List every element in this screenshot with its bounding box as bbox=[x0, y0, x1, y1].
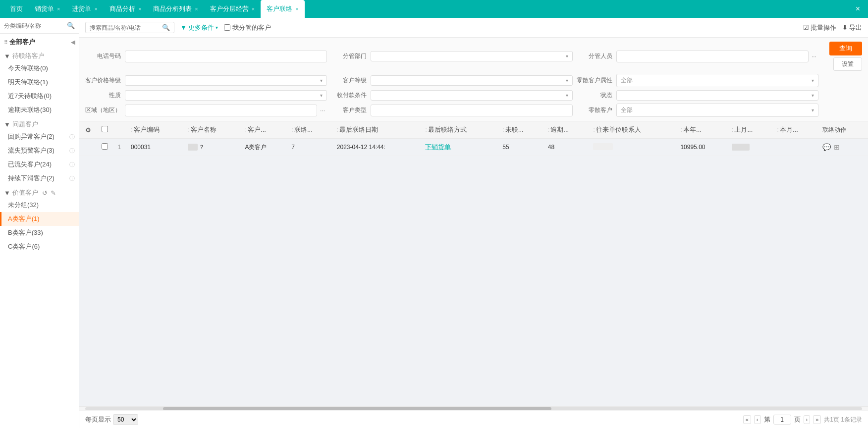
customer-level-arrow: ▾ bbox=[566, 78, 568, 83]
sidebar-item-today[interactable]: 今天待联络(0) bbox=[0, 61, 79, 75]
main-search-icon[interactable]: 🔍 bbox=[162, 24, 170, 31]
last-method-link[interactable]: 下销货单 bbox=[425, 143, 451, 151]
sidebar-search-icon[interactable]: 🔍 bbox=[67, 22, 75, 29]
sidebar-item-churned[interactable]: 已流失客户(24) ⓘ bbox=[0, 158, 79, 171]
retail-attr-field: 零散客户属性 全部 ▾ bbox=[577, 74, 818, 87]
close-customer-contact-icon[interactable]: × bbox=[295, 6, 298, 12]
table-row: 1 000031 ？ A类客户 7 2023-04-12 14:44: 下销货单 bbox=[79, 139, 868, 156]
prev-page-btn[interactable]: ‹ bbox=[754, 415, 761, 424]
nav-analysis-list[interactable]: 商品分析列表 × bbox=[147, 0, 204, 18]
retail-attr-arrow: ▾ bbox=[812, 78, 814, 83]
sidebar-item-declining[interactable]: 持续下滑客户(2) ⓘ bbox=[0, 171, 79, 185]
price-level-select[interactable]: ▾ bbox=[125, 75, 327, 86]
col-overdue: :逾期... bbox=[544, 121, 589, 139]
per-page-select[interactable]: 50 100 200 bbox=[113, 414, 138, 425]
content-area: 🔍 ▼ 更多条件 ▾ 我分管的客户 ☑ 批量操作 ⬇ bbox=[79, 18, 868, 428]
chat-icon[interactable]: 💬 bbox=[822, 143, 831, 151]
all-customers-title: ⠿ 全部客户 ◀ bbox=[0, 34, 79, 49]
nav-analysis[interactable]: 商品分析 × bbox=[104, 0, 147, 18]
sidebar: 🔍 ⠿ 全部客户 ◀ ▼ 待联络客户 今天待联络(0) 明天待联络(1) bbox=[0, 18, 79, 428]
col-type: :客户... bbox=[241, 121, 287, 139]
nav-customer-tier[interactable]: 客户分层经营 × bbox=[204, 0, 261, 18]
sidebar-item-ungrouped[interactable]: 未分组(32) bbox=[0, 198, 79, 212]
page-input[interactable] bbox=[773, 415, 791, 425]
export-button[interactable]: ⬇ 导出 bbox=[842, 23, 862, 32]
dept-select[interactable]: ▾ bbox=[371, 51, 573, 61]
close-sales-icon[interactable]: × bbox=[57, 6, 60, 12]
retail-attr-select[interactable]: 全部 ▾ bbox=[616, 74, 818, 87]
table-wrapper: ⚙ :客户编码 :客户名称 bbox=[79, 121, 868, 406]
manager-dots-btn[interactable]: ··· bbox=[810, 51, 818, 62]
expand-value-icon[interactable]: ▼ bbox=[4, 189, 10, 197]
sidebar-search-input[interactable] bbox=[4, 22, 67, 29]
col-last-month: :上月... bbox=[728, 121, 773, 139]
sidebar-item-c-class[interactable]: C类客户(6) bbox=[0, 240, 79, 254]
payment-select[interactable]: ▾ bbox=[371, 90, 573, 101]
expand-icon[interactable]: ▼ bbox=[4, 53, 10, 60]
nav-sales[interactable]: 销货单 × bbox=[29, 0, 66, 18]
global-close-button[interactable]: × bbox=[852, 4, 864, 13]
sidebar-collapse-icon[interactable]: ◀ bbox=[71, 39, 75, 46]
col-action: 联络动作 bbox=[818, 121, 868, 139]
sidebar-item-7days[interactable]: 近7天待联络(0) bbox=[0, 89, 79, 103]
sidebar-item-churn-warning[interactable]: 流失预警客户(3) ⓘ bbox=[0, 144, 79, 158]
customer-type-input[interactable] bbox=[371, 105, 573, 116]
row-name: ？ bbox=[184, 139, 241, 156]
expand-problem-icon[interactable]: ▼ bbox=[4, 121, 10, 128]
sidebar-item-overdue[interactable]: 逾期未联络(30) bbox=[0, 103, 79, 117]
next-page-btn[interactable]: › bbox=[804, 415, 811, 424]
close-analysis-list-icon[interactable]: × bbox=[195, 6, 198, 12]
more-filters-btn[interactable]: ▼ 更多条件 ▾ bbox=[180, 23, 218, 32]
query-button[interactable]: 查询 bbox=[829, 42, 862, 55]
row-checkbox[interactable] bbox=[102, 143, 108, 150]
customer-level-select[interactable]: ▾ bbox=[371, 75, 573, 86]
phone-field: 电话号码 bbox=[85, 51, 327, 62]
main-search-input[interactable] bbox=[90, 24, 162, 31]
edit-value-icon[interactable]: ✎ bbox=[51, 189, 56, 197]
price-level-arrow: ▾ bbox=[320, 78, 323, 83]
region-input[interactable] bbox=[125, 105, 317, 116]
region-dots-btn[interactable]: ··· bbox=[318, 105, 327, 116]
problem-customers-group: ▼ 问题客户 bbox=[0, 117, 79, 130]
retail-customer-select[interactable]: 全部 ▾ bbox=[616, 104, 818, 117]
row-check bbox=[97, 139, 112, 156]
refresh-icon[interactable]: ↺ bbox=[42, 189, 48, 197]
gear-icon[interactable]: ⚙ bbox=[85, 126, 91, 134]
col-code: :客户编码 bbox=[127, 121, 184, 139]
row-overdue: 48 bbox=[544, 139, 589, 156]
close-analysis-icon[interactable]: × bbox=[138, 6, 141, 12]
batch-op-icon: ☑ bbox=[803, 24, 809, 31]
nav-home[interactable]: 首页 bbox=[4, 0, 29, 18]
select-all-checkbox[interactable] bbox=[102, 126, 108, 132]
sidebar-item-b-class[interactable]: B类客户(33) bbox=[0, 226, 79, 240]
col-contact: :联络... bbox=[287, 121, 332, 139]
close-purchase-icon[interactable]: × bbox=[94, 6, 97, 12]
value-customers-group: ▼ 价值客户 ↺ ✎ bbox=[0, 185, 79, 198]
col-name: :客户名称 bbox=[184, 121, 241, 139]
nav-purchase[interactable]: 进货单 × bbox=[66, 0, 103, 18]
last-page-btn[interactable]: » bbox=[813, 415, 821, 424]
status-select[interactable]: ▾ bbox=[616, 90, 818, 101]
top-nav: 首页 销货单 × 进货单 × 商品分析 × 商品分析列表 × 客户分层经营 × … bbox=[0, 0, 868, 18]
manager-input[interactable] bbox=[616, 51, 809, 62]
batch-op-button[interactable]: ☑ 批量操作 bbox=[803, 23, 836, 32]
close-customer-tier-icon[interactable]: × bbox=[252, 6, 255, 12]
grid-icon[interactable]: ⊞ bbox=[834, 143, 840, 151]
row-this-year: 10995.00 bbox=[676, 139, 727, 156]
status-arrow: ▾ bbox=[812, 93, 814, 98]
first-page-btn[interactable]: « bbox=[743, 415, 751, 424]
settings-button[interactable]: 设置 bbox=[833, 57, 862, 71]
main-search-box: 🔍 bbox=[85, 22, 174, 33]
sidebar-item-repurchase-abnormal[interactable]: 回购异常客户(2) ⓘ bbox=[0, 130, 79, 144]
sidebar-item-a-class[interactable]: A类客户(1) bbox=[0, 212, 79, 226]
nature-select[interactable]: ▾ bbox=[125, 90, 327, 101]
nav-customer-contact[interactable]: 客户联络 × bbox=[261, 0, 304, 18]
row-code: 000031 bbox=[127, 139, 184, 156]
sidebar-item-tomorrow[interactable]: 明天待联络(1) bbox=[0, 75, 79, 89]
chevron-down-icon: ▾ bbox=[216, 25, 218, 30]
phone-input[interactable] bbox=[125, 51, 327, 62]
col-this-year: :本年... bbox=[676, 121, 727, 139]
col-last-date: :最后联络日期 bbox=[333, 121, 422, 139]
my-customers-checkbox[interactable] bbox=[224, 24, 230, 31]
row-action: 💬 ⊞ bbox=[818, 139, 868, 156]
